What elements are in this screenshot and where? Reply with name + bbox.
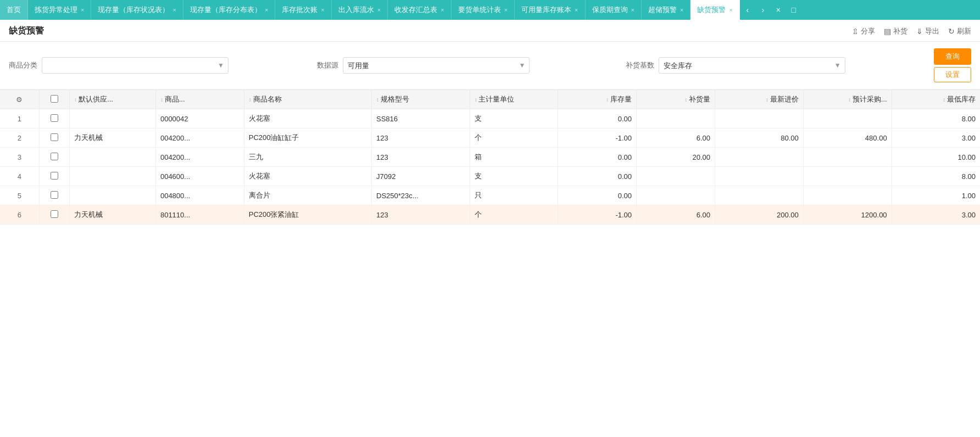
replenish-select[interactable]: 安全库存 最低库存 bbox=[659, 57, 845, 74]
close-icon[interactable]: × bbox=[441, 7, 444, 13]
row-stock: 0.00 bbox=[558, 109, 637, 128]
row-supplier: 力天机械 bbox=[70, 128, 156, 148]
row-checkbox[interactable] bbox=[51, 114, 58, 122]
page-header: 缺货预警 ⇫ 分享 ▤ 补货 ⇓ 导出 ↻ 刷新 bbox=[0, 20, 980, 42]
select-all-checkbox[interactable] bbox=[51, 95, 58, 103]
row-checkbox[interactable] bbox=[51, 133, 58, 141]
query-button[interactable]: 查询 bbox=[934, 48, 971, 65]
th-code[interactable]: 商品... bbox=[155, 90, 244, 109]
tab-next-btn[interactable]: › bbox=[755, 0, 771, 20]
th-supplier[interactable]: 默认供应... bbox=[70, 90, 156, 109]
row-checkbox[interactable] bbox=[51, 210, 58, 218]
close-icon[interactable]: × bbox=[377, 7, 381, 13]
row-checkbox[interactable] bbox=[51, 153, 58, 160]
tab-stock-status[interactable]: 现存量（库存状况表） × bbox=[91, 0, 183, 20]
row-checkbox-cell bbox=[39, 205, 69, 225]
tab-shortage[interactable]: 缺货预警 × bbox=[691, 0, 739, 20]
row-replenish bbox=[637, 167, 715, 186]
row-estimate: 480.00 bbox=[803, 128, 892, 148]
tab-inout[interactable]: 出入库流水 × bbox=[332, 0, 388, 20]
th-min-stock[interactable]: 最低库存 bbox=[892, 90, 980, 109]
row-replenish bbox=[637, 109, 715, 128]
row-spec: 123 bbox=[372, 148, 470, 167]
tab-expiry[interactable]: 保质期查询 × bbox=[586, 0, 642, 20]
th-name[interactable]: 商品名称 bbox=[244, 90, 371, 109]
th-stock[interactable]: 库存量 bbox=[558, 90, 637, 109]
tab-prev-btn[interactable]: ‹ bbox=[740, 0, 755, 20]
table-wrapper: ⚙ 默认供应... 商品... 商品名称 规格型号 bbox=[0, 89, 980, 225]
row-unit: 个 bbox=[470, 128, 558, 148]
export-icon: ⇓ bbox=[916, 27, 923, 36]
tab-batch[interactable]: 库存批次账 × bbox=[275, 0, 331, 20]
row-supplier: 力天机械 bbox=[70, 205, 156, 225]
tab-available[interactable]: 可用量库存账本 × bbox=[515, 0, 585, 20]
close-icon[interactable]: × bbox=[575, 7, 578, 13]
refresh-icon: ↻ bbox=[948, 27, 955, 36]
row-price bbox=[715, 186, 803, 205]
close-icon[interactable]: × bbox=[172, 7, 176, 13]
row-number: 5 bbox=[0, 186, 39, 205]
replenish-button[interactable]: ▤ 补货 bbox=[884, 26, 907, 36]
header-actions: ⇫ 分享 ▤ 补货 ⇓ 导出 ↻ 刷新 bbox=[852, 26, 971, 36]
th-unit[interactable]: 主计量单位 bbox=[470, 90, 558, 109]
tab-stock-dist[interactable]: 现存量（库存分布表） × bbox=[183, 0, 275, 20]
row-spec: J7092 bbox=[372, 167, 470, 186]
table-row: 3 004200... 三九 123 箱 0.00 20.00 10.00 bbox=[0, 148, 980, 167]
th-price[interactable]: 最新进价 bbox=[715, 90, 803, 109]
main-content: 缺货预警 ⇫ 分享 ▤ 补货 ⇓ 导出 ↻ 刷新 商品分类 bbox=[0, 20, 980, 437]
row-unit: 支 bbox=[470, 109, 558, 128]
export-button[interactable]: ⇓ 导出 bbox=[916, 26, 939, 36]
close-icon[interactable]: × bbox=[729, 7, 732, 13]
row-number: 3 bbox=[0, 148, 39, 167]
row-replenish: 20.00 bbox=[637, 148, 715, 167]
row-price bbox=[715, 148, 803, 167]
datasource-select[interactable]: 可用量 库存量 bbox=[343, 57, 530, 74]
tab-home[interactable]: 首页 bbox=[0, 0, 28, 20]
row-spec: DS250*23c... bbox=[372, 186, 470, 205]
close-icon[interactable]: × bbox=[631, 7, 634, 13]
row-checkbox[interactable] bbox=[51, 172, 58, 180]
th-spec[interactable]: 规格型号 bbox=[372, 90, 470, 109]
row-spec: SS816 bbox=[372, 109, 470, 128]
tab-maximize-btn[interactable]: □ bbox=[786, 0, 801, 20]
row-price bbox=[715, 109, 803, 128]
th-estimate[interactable]: 预计采购... bbox=[803, 90, 892, 109]
row-stock: -1.00 bbox=[558, 205, 637, 225]
row-name: PC200油缸缸子 bbox=[244, 128, 371, 148]
settings-button[interactable]: 设置 bbox=[934, 67, 971, 82]
tab-requisition[interactable]: 要货单统计表 × bbox=[452, 0, 515, 20]
tab-collect[interactable]: 收发存汇总表 × bbox=[388, 0, 451, 20]
row-checkbox-cell bbox=[39, 186, 69, 205]
tab-exception[interactable]: 拣货异常处理 × bbox=[28, 0, 91, 20]
row-min-stock: 3.00 bbox=[892, 128, 980, 148]
row-supplier bbox=[70, 148, 156, 167]
row-checkbox-cell bbox=[39, 109, 69, 128]
table-header-row: ⚙ 默认供应... 商品... 商品名称 规格型号 bbox=[0, 90, 980, 109]
row-estimate bbox=[803, 186, 892, 205]
replenish-select-wrapper: 安全库存 最低库存 ▼ bbox=[659, 57, 845, 74]
row-checkbox-cell bbox=[39, 167, 69, 186]
row-unit: 个 bbox=[470, 205, 558, 225]
th-replenish[interactable]: 补货量 bbox=[637, 90, 715, 109]
close-icon[interactable]: × bbox=[265, 7, 268, 13]
row-estimate bbox=[803, 148, 892, 167]
tab-close-btn[interactable]: × bbox=[771, 0, 786, 20]
table-body: 1 0000042 火花塞 SS816 支 0.00 8.00 2 力天机械 0… bbox=[0, 109, 980, 225]
row-name: 离合片 bbox=[244, 186, 371, 205]
close-icon[interactable]: × bbox=[680, 7, 683, 13]
row-supplier bbox=[70, 167, 156, 186]
row-name: PC200张紧油缸 bbox=[244, 205, 371, 225]
row-spec: 123 bbox=[372, 205, 470, 225]
refresh-button[interactable]: ↻ 刷新 bbox=[948, 26, 971, 36]
row-estimate: 1200.00 bbox=[803, 205, 892, 225]
row-checkbox-cell bbox=[39, 148, 69, 167]
th-settings[interactable]: ⚙ bbox=[0, 90, 39, 109]
tab-overstock[interactable]: 超储预警 × bbox=[642, 0, 691, 20]
th-checkbox bbox=[39, 90, 69, 109]
close-icon[interactable]: × bbox=[504, 7, 508, 13]
close-icon[interactable]: × bbox=[321, 7, 324, 13]
category-select[interactable] bbox=[42, 57, 229, 74]
close-icon[interactable]: × bbox=[81, 7, 84, 13]
share-button[interactable]: ⇫ 分享 bbox=[852, 26, 875, 36]
row-checkbox[interactable] bbox=[51, 191, 58, 199]
